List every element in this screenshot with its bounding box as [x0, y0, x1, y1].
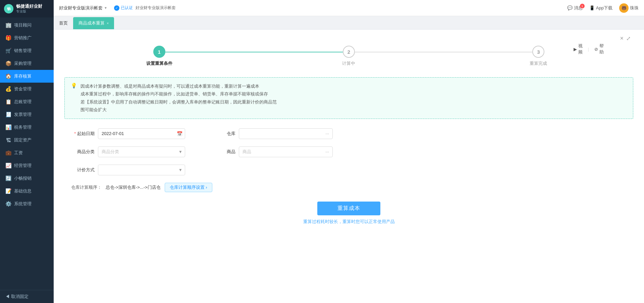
- tab-home[interactable]: 首页: [54, 17, 73, 29]
- asset-icon: 🏗: [5, 137, 11, 143]
- shield-icon: ✓: [114, 5, 119, 11]
- sidebar-item-asset[interactable]: 🏗固定资产: [0, 134, 54, 146]
- goods-label: 商品: [219, 149, 239, 155]
- sidebar-item-label: 资金管理: [14, 86, 32, 92]
- price-method-select[interactable]: [98, 165, 185, 175]
- recalc-button[interactable]: 重算成本: [317, 202, 380, 215]
- calc-order-label: 仓库计算顺序：: [71, 184, 102, 190]
- step3-circle: 3: [532, 46, 544, 58]
- step-3: 3 重算完成: [444, 46, 633, 67]
- start-date-field: 📅: [98, 128, 185, 139]
- sidebar-item-project[interactable]: 🏢项目顾问: [0, 19, 54, 32]
- sidebar-unpin[interactable]: ◀ 取消固定: [0, 290, 54, 303]
- page-content: ▶ 视频 | ⊘ 帮助 × ⤢ 1 设置重算条件: [54, 30, 644, 303]
- calendar-icon[interactable]: 📅: [177, 131, 182, 136]
- general-icon: 📋: [5, 99, 11, 105]
- tax-icon: 📊: [5, 124, 11, 130]
- purchase-icon: 📦: [5, 60, 11, 67]
- price-method-dropdown-icon: ▼: [178, 168, 182, 172]
- system-icon: ⚙️: [5, 201, 11, 207]
- app-download-button[interactable]: 📱 App下载: [589, 5, 612, 11]
- step3-label: 重算完成: [530, 60, 547, 67]
- tab-close-icon[interactable]: ×: [107, 21, 109, 25]
- category-label: 商品分类: [71, 149, 98, 155]
- price-method-label: 计价方式: [71, 167, 98, 173]
- category-select[interactable]: 商品分类: [98, 146, 185, 157]
- goods-placeholder: 商品: [243, 149, 325, 155]
- warehouse-dots: ···: [325, 131, 329, 136]
- category-field: 商品分类 ▼: [98, 146, 185, 157]
- verified-badge: ✓ 已认证 好业财专业版演示帐套: [114, 5, 176, 11]
- user-avatar[interactable]: 🐻 珠珠: [619, 3, 639, 13]
- info-text: 因成本计算参数调整、或是对商品成本有疑问时，可以通过成本重算功能，重新计算一遍成…: [80, 82, 277, 114]
- logo-icon: 畅: [4, 4, 13, 13]
- info-box: 💡 因成本计算参数调整、或是对商品成本有疑问时，可以通过成本重算功能，重新计算一…: [64, 77, 633, 119]
- sales-icon: 🛒: [5, 48, 11, 54]
- sidebar-item-purchase[interactable]: 📦采购管理: [0, 57, 54, 70]
- tab-bar: 首页 商品成本重算 ×: [54, 16, 644, 30]
- warehouse-label: 仓库: [219, 131, 239, 137]
- recalc-note: 重算过程耗时较长，重算时您可以正常使用产品: [303, 219, 395, 225]
- form-row-3: 计价方式 ▼: [71, 165, 627, 175]
- steps: 1 设置重算条件 2 计算中 3 重算完成: [64, 38, 633, 77]
- sidebar-item-basic[interactable]: 📝基础信息: [0, 185, 54, 198]
- sidebar-item-system[interactable]: ⚙️系统管理: [0, 198, 54, 210]
- account-dropdown-icon: ▼: [104, 6, 107, 10]
- account-selector[interactable]: 好业财专业版演示帐套 ▼: [59, 5, 107, 11]
- sidebar-item-marketing[interactable]: 🎁营销推广: [0, 32, 54, 44]
- form-section: 起始日期 📅 仓库 ··· 商品分类 商品分类: [64, 128, 633, 192]
- sidebar-item-general[interactable]: 📋总账管理: [0, 95, 54, 108]
- calc-order-settings-button[interactable]: 仓库计算顺序设置 ›: [165, 183, 212, 192]
- step1-circle: 1: [153, 46, 165, 58]
- sidebar-item-inventory[interactable]: 🏠库存核算: [0, 70, 54, 83]
- sidebar-item-tax[interactable]: 📊税务管理: [0, 121, 54, 134]
- warehouse-select[interactable]: ···: [239, 128, 333, 139]
- start-date-label: 起始日期: [71, 131, 98, 137]
- sidebar-item-label: 库存核算: [14, 73, 32, 79]
- message-icon: 💬: [567, 5, 573, 10]
- message-badge: 1: [580, 4, 585, 8]
- step-2: 2 计算中: [254, 46, 443, 67]
- sidebar-item-operation[interactable]: 📈经营管理: [0, 159, 54, 172]
- account-desc: 好业财专业版演示帐套: [136, 5, 176, 11]
- price-method-field: ▼: [98, 165, 185, 175]
- main-area: 好业财专业版演示帐套 ▼ ✓ 已认证 好业财专业版演示帐套 💬 消息 1 📱 A…: [54, 0, 644, 303]
- sidebar-item-finance[interactable]: 💰资金管理: [0, 83, 54, 95]
- topbar: 好业财专业版演示帐套 ▼ ✓ 已认证 好业财专业版演示帐套 💬 消息 1 📱 A…: [54, 0, 644, 16]
- recalc-wrap: 重算成本 重算过程耗时较长，重算时您可以正常使用产品: [64, 202, 633, 225]
- sidebar-item-label: 项目顾问: [14, 22, 32, 28]
- sidebar-item-label: 基础信息: [14, 188, 32, 194]
- account-name: 好业财专业版演示帐套: [59, 5, 103, 11]
- tab-recalc[interactable]: 商品成本重算 ×: [73, 17, 114, 29]
- steps-container: 1 设置重算条件 2 计算中 3 重算完成: [64, 38, 633, 77]
- form-row-2: 商品分类 商品分类 ▼ 商品 商品 ···: [71, 146, 627, 157]
- marketing-icon: 🎁: [5, 35, 11, 41]
- step2-label: 计算中: [342, 60, 355, 67]
- form-row-1: 起始日期 📅 仓库 ···: [71, 128, 627, 139]
- info-icon: 💡: [71, 83, 77, 114]
- start-date-input[interactable]: [98, 128, 185, 139]
- payroll-icon: 💼: [5, 150, 11, 156]
- step2-line: [355, 52, 532, 52]
- sidebar-item-expense[interactable]: 🔄小畅报销: [0, 172, 54, 185]
- goods-select[interactable]: 商品 ···: [239, 146, 333, 157]
- sidebar-item-sales[interactable]: 🛒销售管理: [0, 44, 54, 57]
- logo-text: 畅捷通好业财 专业版: [16, 4, 42, 14]
- finance-icon: 💰: [5, 86, 11, 92]
- invoice-icon: 🧾: [5, 112, 11, 118]
- sidebar-nav: 🏢项目顾问🎁营销推广🛒销售管理📦采购管理🏠库存核算💰资金管理📋总账管理🧾发票管理…: [0, 17, 54, 290]
- goods-dots: ···: [325, 149, 329, 154]
- sidebar-item-label: 系统管理: [14, 201, 32, 207]
- sidebar-item-label: 采购管理: [14, 60, 32, 67]
- sidebar-item-invoice[interactable]: 🧾发票管理: [0, 108, 54, 121]
- step2-circle: 2: [343, 46, 355, 58]
- message-button[interactable]: 💬 消息 1: [567, 5, 583, 11]
- category-dropdown-icon: ▼: [178, 149, 182, 154]
- goods-group: 商品 商品 ···: [219, 146, 333, 157]
- sidebar: 畅 畅捷通好业财 专业版 🏢项目顾问🎁营销推广🛒销售管理📦采购管理🏠库存核算💰资…: [0, 0, 54, 303]
- sidebar-item-label: 小畅报销: [14, 175, 32, 181]
- sidebar-item-label: 经营管理: [14, 163, 32, 169]
- avatar-icon: 🐻: [619, 3, 629, 13]
- calc-order-value: 总仓->深圳仓库->...->门店仓: [106, 184, 161, 190]
- sidebar-item-payroll[interactable]: 💼工资: [0, 146, 54, 159]
